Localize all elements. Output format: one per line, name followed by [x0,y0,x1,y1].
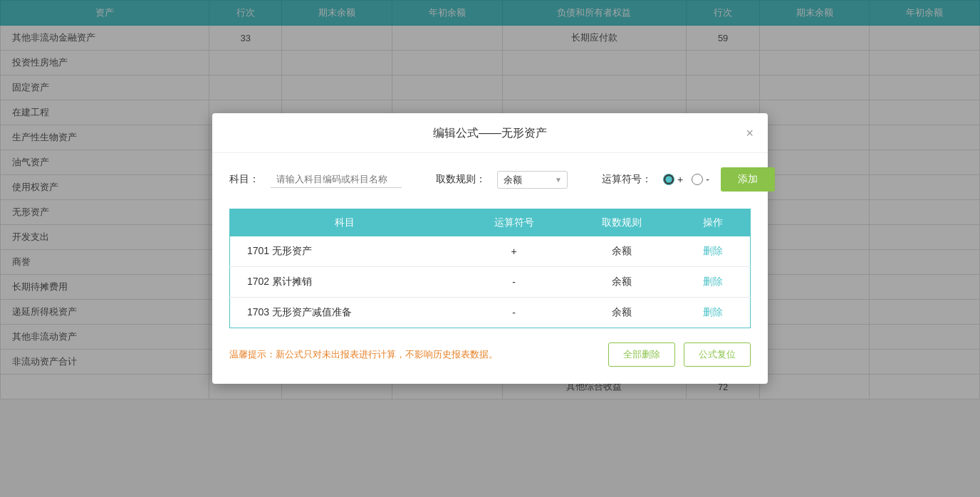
rule-label: 取数规则： [436,173,486,186]
operator-minus-label: - [706,174,709,185]
operator-label: 运算符号： [602,173,652,186]
th-action: 操作 [676,209,750,237]
formula-operator-cell: - [460,267,568,298]
delete-link[interactable]: 删除 [703,276,723,287]
rule-select[interactable]: 余额 借方发生额 贷方发生额 [497,171,568,189]
formula-rule-cell: 余额 [568,236,676,267]
th-rule: 取数规则 [568,209,676,237]
modal-footer: 温馨提示：新公式只对未出报表进行计算，不影响历史报表数据。 全部删除 公式复位 [212,328,768,367]
modal-header: 编辑公式——无形资产 × [212,113,768,153]
formula-operator-cell: - [460,298,568,328]
formula-row: 1702 累计摊销 - 余额 删除 [230,267,751,298]
formula-table-area: 科目 运算符号 取数规则 操作 1701 无形资产 + 余额 删除 1702 累… [212,209,768,328]
formula-subject-cell: 1702 累计摊销 [230,267,460,298]
reset-formula-button[interactable]: 公式复位 [684,342,751,367]
delete-all-button[interactable]: 全部删除 [608,342,675,367]
modal-title: 编辑公式——无形资产 [433,126,547,141]
footer-buttons: 全部删除 公式复位 [608,342,751,367]
delete-link[interactable]: 删除 [703,306,723,318]
modal-overlay: 编辑公式——无形资产 × 科目： 取数规则： 余额 借方发生额 贷方发生额 运算… [0,0,980,497]
formula-operator-cell: + [460,236,568,267]
delete-link[interactable]: 删除 [703,245,723,256]
formula-subject-cell: 1703 无形资产减值准备 [230,298,460,328]
warning-text: 温馨提示：新公式只对未出报表进行计算，不影响历史报表数据。 [229,348,498,361]
table-header-row: 科目 运算符号 取数规则 操作 [230,209,751,237]
add-button[interactable]: 添加 [721,167,775,192]
form-row: 科目： 取数规则： 余额 借方发生额 贷方发生额 运算符号： + [212,153,768,206]
subject-label: 科目： [229,173,259,186]
modal-close-button[interactable]: × [743,124,756,142]
formula-rule-cell: 余额 [568,267,676,298]
formula-row: 1703 无形资产减值准备 - 余额 删除 [230,298,751,328]
th-operator: 运算符号 [460,209,568,237]
operator-plus-radio[interactable] [663,174,674,185]
operator-plus-label: + [677,174,683,185]
formula-action-cell: 删除 [676,298,750,328]
formula-action-cell: 删除 [676,236,750,267]
th-subject: 科目 [230,209,460,237]
operator-minus-radio[interactable] [692,174,703,185]
rule-select-wrapper: 余额 借方发生额 贷方发生额 [497,171,568,189]
operator-plus-item[interactable]: + [663,174,683,185]
operator-minus-item[interactable]: - [692,174,709,185]
formula-subject-cell: 1701 无形资产 [230,236,460,267]
formula-table: 科目 运算符号 取数规则 操作 1701 无形资产 + 余额 删除 1702 累… [229,209,751,328]
formula-rule-cell: 余额 [568,298,676,328]
modal-dialog: 编辑公式——无形资产 × 科目： 取数规则： 余额 借方发生额 贷方发生额 运算… [212,113,768,384]
operator-radio-group: + - [663,174,709,185]
formula-action-cell: 删除 [676,267,750,298]
formula-row: 1701 无形资产 + 余额 删除 [230,236,751,267]
subject-input[interactable] [271,171,402,188]
